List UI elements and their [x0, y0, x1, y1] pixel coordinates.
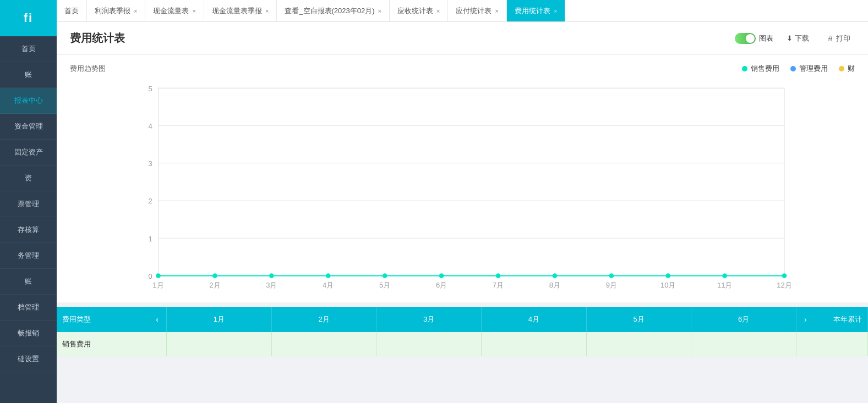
sidebar-item-expense[interactable]: 畅报销	[0, 321, 57, 346]
page-header: 费用统计表 图表 ⬇ 下载 🖨 打印	[57, 22, 868, 55]
toggle-label: 图表	[759, 34, 773, 43]
svg-point-22	[665, 273, 670, 278]
tab-bar: 首页 利润表季报 × 现金流量表 × 现金流量表季报 × 查看_空白报表(202…	[57, 0, 868, 22]
chart-header: 费用趋势图 销售费用 管理费用 财	[70, 64, 855, 74]
sidebar-item-service[interactable]: 务管理	[0, 243, 57, 269]
svg-text:6月: 6月	[436, 281, 447, 289]
td-sales-m6	[691, 332, 796, 356]
th-month-2: 2月	[272, 307, 377, 332]
chart-toggle[interactable]: 图表	[735, 33, 773, 44]
svg-point-23	[722, 273, 727, 278]
td-sales-total	[796, 332, 868, 356]
svg-text:12月: 12月	[777, 281, 791, 289]
legend-dot-sales	[742, 66, 747, 71]
print-button[interactable]: 🖨 打印	[822, 31, 855, 46]
svg-text:11月: 11月	[717, 281, 732, 289]
print-icon: 🖨	[827, 34, 834, 42]
sidebar: fi 首页 账 报表中心 资金管理 固定资产 资 票管理 存核算 务管理 账 档…	[0, 0, 57, 403]
th-type: 费用类型 ‹	[57, 307, 167, 332]
svg-text:0: 0	[148, 272, 152, 280]
legend-admin: 管理费用	[790, 64, 828, 74]
toggle-thumb	[746, 34, 755, 43]
legend-label-finance: 财	[848, 64, 855, 74]
sidebar-item-archive[interactable]: 档管理	[0, 295, 57, 321]
tab-close-profit[interactable]: ×	[134, 8, 137, 14]
svg-text:1: 1	[148, 235, 152, 243]
svg-text:5: 5	[148, 85, 152, 93]
tab-close-ap[interactable]: ×	[495, 8, 498, 14]
svg-point-14	[212, 273, 217, 278]
th-last-col: › 本年累计	[796, 307, 868, 332]
legend-dot-admin	[790, 66, 796, 71]
toggle-track[interactable]	[735, 33, 756, 44]
legend-dot-finance	[839, 66, 844, 71]
main-area: 首页 利润表季报 × 现金流量表 × 现金流量表季报 × 查看_空白报表(202…	[57, 0, 868, 403]
sidebar-item-assets[interactable]: 固定资产	[0, 140, 57, 165]
th-nav-prev[interactable]: ‹	[154, 315, 161, 324]
chart-title: 费用趋势图	[70, 64, 106, 74]
chart-section: 费用趋势图 销售费用 管理费用 财	[57, 55, 868, 302]
legend-sales: 销售费用	[742, 64, 779, 74]
svg-point-15	[269, 273, 274, 278]
sidebar-item-home[interactable]: 首页	[0, 36, 57, 62]
svg-text:4月: 4月	[323, 281, 334, 289]
svg-text:3月: 3月	[266, 281, 277, 289]
th-type-label: 费用类型	[62, 314, 91, 324]
sidebar-item-settings[interactable]: 础设置	[0, 346, 57, 372]
svg-point-17	[383, 273, 387, 278]
td-sales-m3	[376, 332, 482, 356]
tab-profit[interactable]: 利润表季报 ×	[87, 0, 145, 21]
svg-point-20	[553, 273, 558, 278]
svg-text:5月: 5月	[379, 281, 390, 289]
tab-close-cashflow[interactable]: ×	[192, 8, 195, 14]
td-sales-m1	[167, 332, 272, 356]
chart-container: 5 4 3 2 1 0	[70, 79, 855, 294]
sidebar-item-ledger[interactable]: 账	[0, 62, 57, 88]
tab-ap[interactable]: 应付统计表 ×	[448, 0, 506, 21]
svg-text:7月: 7月	[493, 281, 504, 289]
svg-text:2: 2	[148, 197, 152, 205]
legend-finance: 财	[839, 64, 855, 74]
svg-text:10月: 10月	[660, 281, 675, 289]
table-row: 销售费用	[57, 332, 868, 356]
tab-cashflow[interactable]: 现金流量表 ×	[145, 0, 204, 21]
table-section: 费用类型 ‹ 1月 2月 3月 4月 5月 6月 › 本年累计 销售费用	[57, 307, 868, 356]
tab-expense-stat[interactable]: 费用统计表 ×	[507, 0, 565, 21]
download-icon: ⬇	[787, 34, 793, 42]
page-content: 费用统计表 图表 ⬇ 下载 🖨 打印	[57, 22, 868, 403]
th-month-3: 3月	[376, 307, 482, 332]
svg-text:1月: 1月	[152, 281, 163, 289]
page-title: 费用统计表	[70, 31, 125, 46]
tab-home[interactable]: 首页	[57, 0, 87, 21]
sidebar-item-capital[interactable]: 资	[0, 165, 57, 191]
sidebar-item-reports[interactable]: 报表中心	[0, 88, 57, 114]
sidebar-item-account[interactable]: 账	[0, 269, 57, 295]
tab-close-expense-stat[interactable]: ×	[554, 8, 557, 14]
tab-close-blank-report[interactable]: ×	[378, 8, 381, 14]
download-button[interactable]: ⬇ 下载	[782, 31, 814, 46]
sidebar-item-invoices[interactable]: 票管理	[0, 191, 57, 217]
chart-legend: 销售费用 管理费用 财	[742, 64, 855, 74]
tab-cashflow-q[interactable]: 现金流量表季报 ×	[204, 0, 277, 21]
th-month-1: 1月	[167, 307, 272, 332]
svg-point-19	[496, 273, 501, 278]
tab-ar[interactable]: 应收统计表 ×	[390, 0, 448, 21]
tab-blank-report[interactable]: 查看_空白报表(2023年02月) ×	[277, 0, 390, 21]
table-header-row: 费用类型 ‹ 1月 2月 3月 4月 5月 6月 › 本年累计	[57, 307, 868, 332]
svg-text:8月: 8月	[549, 281, 560, 289]
svg-point-18	[439, 273, 444, 278]
svg-point-24	[782, 273, 787, 278]
svg-text:2月: 2月	[209, 281, 220, 289]
th-last-label: 本年累计	[833, 314, 862, 324]
svg-point-16	[326, 273, 331, 278]
th-month-6: 6月	[691, 307, 796, 332]
th-nav-next[interactable]: ›	[802, 315, 809, 324]
sidebar-item-inventory[interactable]: 存核算	[0, 217, 57, 243]
sidebar-item-funds[interactable]: 资金管理	[0, 114, 57, 140]
svg-text:9月: 9月	[606, 281, 617, 289]
th-month-5: 5月	[587, 307, 692, 332]
tab-close-cashflow-q[interactable]: ×	[265, 8, 269, 14]
app-logo: fi	[0, 0, 57, 36]
tab-close-ar[interactable]: ×	[436, 8, 440, 14]
svg-text:3: 3	[148, 159, 152, 168]
